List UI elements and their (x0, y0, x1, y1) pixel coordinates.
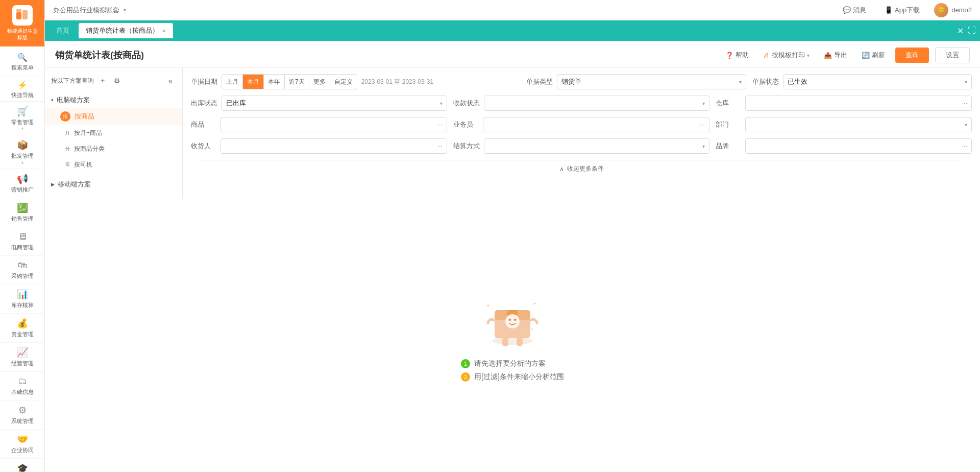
export-label: 导出 (834, 51, 847, 60)
filter-item-dept: 部门 ▾ (716, 117, 972, 132)
doc-status-arrow: ▾ (965, 79, 967, 85)
refresh-label: 刷新 (872, 51, 885, 60)
tip-num-1: 1 (461, 359, 470, 368)
warehouse-control[interactable]: ··· (745, 96, 972, 111)
sidebar-item-retail[interactable]: 🛒 零售管理 ▾ (0, 102, 44, 135)
sidebar-item-basic[interactable]: 🗂 基础信息 (0, 372, 44, 400)
filter-item-doc-type: 单据类型 销货单 ▾ (526, 74, 746, 89)
salesman-more[interactable]: ··· (700, 121, 705, 128)
sidebar-item-sales[interactable]: 💹 销售管理 (0, 198, 44, 227)
sidebar-search[interactable]: 🔍 搜索菜单 (0, 46, 44, 76)
consignee-more[interactable]: ··· (437, 143, 443, 150)
collapse-up-icon: ∧ (559, 166, 564, 173)
dept-label: 部门 (716, 120, 741, 129)
message-btn[interactable]: 💬 消息 (839, 4, 870, 17)
dept-control[interactable]: ▾ (745, 117, 972, 132)
sidebar-item-finance[interactable]: 💰 资金管理 (0, 314, 44, 343)
settings-button[interactable]: 设置 (935, 47, 970, 63)
collapse-more-btn[interactable]: ∧ 收起更多条件 (199, 160, 964, 175)
scheme-by-month-goods[interactable]: 月 按月+商品 (45, 125, 182, 141)
scheme-by-driver[interactable]: 司 按司机 (45, 157, 182, 173)
date-tab-last-month[interactable]: 上月 (222, 75, 243, 89)
out-status-control[interactable]: 已出库 ▾ (222, 96, 447, 111)
filter-item-receive-status: 收款状态 ▾ (453, 96, 709, 111)
sidebar-item-wholesale[interactable]: 📦 批发管理 ▴ (0, 135, 44, 169)
date-tab-more[interactable]: 更多 (309, 75, 330, 89)
sidebar-quick-nav-label: 快捷导航 (11, 91, 34, 99)
refresh-btn[interactable]: 🔄 刷新 (857, 49, 889, 62)
collapse-left-btn[interactable]: « (165, 75, 176, 86)
wholesale-arrow: ▴ (21, 160, 23, 164)
app-download-btn[interactable]: 📱 App下载 (880, 4, 924, 17)
sidebar-item-inventory[interactable]: 📊 库存核算 (0, 285, 44, 314)
filter-left-panel: 按以下方案查询 ＋ ⚙ « ▾ 电脑端方案 (45, 68, 183, 199)
print-icon: 🖨 (763, 52, 770, 59)
goods-control[interactable]: ··· (220, 117, 447, 132)
guide-icon: 🎓 (17, 463, 28, 472)
top-header-left: 办公用品行业模拟账套 ▾ (53, 6, 126, 15)
message-icon: 💬 (843, 6, 851, 14)
warehouse-more[interactable]: ··· (962, 100, 967, 107)
receive-status-control[interactable]: ▾ (484, 96, 709, 111)
filter-left-header: 按以下方案查询 ＋ ⚙ « (45, 73, 182, 90)
date-tab-this-year[interactable]: 本年 (264, 75, 285, 89)
purchase-icon: 🛍 (18, 260, 27, 271)
doc-status-control[interactable]: 已生效 ▾ (783, 74, 972, 89)
scheme-settings-btn[interactable]: ⚙ (111, 75, 122, 86)
date-tab-custom[interactable]: 自定义 (330, 75, 357, 89)
empty-tip-2: 2 用[过滤]条件来缩小分析范围 (461, 372, 564, 382)
page-actions: ❓ 帮助 🖨 按模板打印 ▾ 📤 导出 🔄 刷新 查询 设置 (721, 47, 970, 63)
empty-illustration: ✦ ✦ ✦ (482, 290, 543, 351)
date-tab-7days[interactable]: 近7天 (285, 75, 309, 89)
scheme-by-category[interactable]: 分 按商品分类 (45, 141, 182, 157)
print-dropdown-icon[interactable]: ▾ (807, 53, 810, 58)
svg-rect-2 (16, 9, 21, 12)
brand-control[interactable]: ··· (745, 138, 972, 154)
sidebar-operations-label: 经营管理 (11, 360, 34, 367)
sidebar-item-ecommerce[interactable]: 🖥 电商管理 (0, 227, 44, 256)
query-button[interactable]: 查询 (895, 48, 929, 63)
settlement-control[interactable]: ▾ (484, 138, 709, 154)
desktop-group-header[interactable]: ▾ 电脑端方案 (45, 92, 182, 108)
date-filter: 上月 本月 本年 近7天 更多 自定义 2023-03-01 至 2023-03… (222, 74, 433, 89)
sidebar-item-operations[interactable]: 📈 经营管理 (0, 343, 44, 372)
brand-more[interactable]: ··· (962, 143, 967, 150)
goods-more[interactable]: ··· (437, 121, 443, 128)
add-scheme-btn[interactable]: ＋ (97, 75, 108, 86)
date-tab-this-month[interactable]: 本月 (243, 75, 264, 89)
collapse-icon: « (168, 77, 173, 85)
out-status-arrow: ▾ (440, 101, 443, 106)
maximize-icon[interactable]: ⛶ (968, 26, 976, 36)
tab-sales-stat[interactable]: 销货单统计表（按商品） ✕ (79, 23, 173, 38)
refresh-icon: 🔄 (862, 52, 870, 59)
scheme-by-goods[interactable]: 按 按商品 (45, 108, 182, 125)
doc-type-arrow: ▾ (739, 79, 742, 85)
filter-item-date: 单据日期 上月 本月 本年 近7天 更多 自定义 2023-03-01 至 20… (191, 74, 520, 89)
date-tabs: 上月 本月 本年 近7天 更多 自定义 (222, 74, 357, 89)
message-label: 消息 (853, 6, 866, 15)
tab-home[interactable]: 首页 (49, 23, 77, 38)
sidebar-item-enterprise[interactable]: 🤝 企业协同 (0, 430, 44, 459)
sidebar-item-purchase[interactable]: 🛍 采购管理 (0, 256, 44, 285)
wholesale-icon: 📦 (17, 139, 28, 151)
doc-type-control[interactable]: 销货单 ▾ (557, 74, 746, 89)
salesman-control[interactable]: ··· (483, 117, 709, 132)
help-btn[interactable]: ❓ 帮助 (721, 49, 753, 62)
mobile-group-header[interactable]: ▶ 移动端方案 (45, 177, 182, 192)
scheme-by-category-icon: 分 (65, 146, 70, 152)
consignee-control[interactable]: ··· (220, 138, 447, 154)
user-info[interactable]: 😊 demo2 (934, 3, 972, 17)
tip-num-2: 2 (461, 372, 470, 382)
export-btn[interactable]: 📤 导出 (820, 49, 851, 62)
sidebar-basic-label: 基础信息 (11, 388, 34, 396)
sidebar-item-marketing[interactable]: 📢 营销推广 (0, 169, 44, 198)
scheme-by-month-goods-label: 按月+商品 (74, 129, 102, 137)
app-title-dropdown-icon[interactable]: ▾ (124, 7, 126, 13)
print-btn[interactable]: 🖨 按模板打印 ▾ (759, 49, 814, 62)
tab-close-icon[interactable]: ✕ (162, 28, 166, 34)
sidebar-quick-nav[interactable]: ⚡ 快捷导航 (0, 76, 44, 102)
minimize-icon[interactable]: ✕ (957, 26, 964, 36)
sidebar-item-system[interactable]: ⚙ 系统管理 (0, 400, 44, 430)
sidebar-item-guide[interactable]: 🎓 新手引导 (0, 459, 44, 472)
filter-right-panel: 单据日期 上月 本月 本年 近7天 更多 自定义 2023-03-01 至 20… (183, 68, 980, 199)
